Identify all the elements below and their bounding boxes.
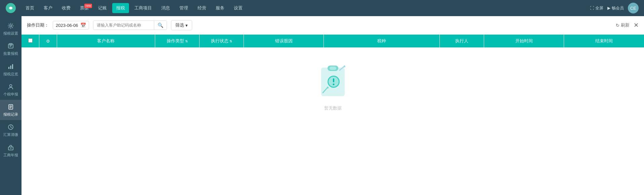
sidebar-item-label: 个税申报 [3, 92, 18, 96]
th-settings[interactable]: ⚙ [39, 35, 57, 47]
sidebar-item-label: 报税设置 [3, 31, 18, 36]
filter-button[interactable]: 筛选 ▾ [171, 20, 192, 30]
nav-items: 首页客户收费票据new记账报税工商项目消息管理经营服务设置 [22, 3, 590, 13]
fullscreen-icon: ⛶ [590, 6, 594, 10]
sidebar-icon [7, 42, 14, 50]
sidebar-item-报税总览[interactable]: 报税总览 [0, 60, 22, 80]
sidebar-icon [7, 123, 14, 131]
date-picker[interactable]: 2023-06-06 📅 [53, 21, 89, 30]
nav-item-记账[interactable]: 记账 [94, 3, 111, 13]
sidebar-item-汇算清缴[interactable]: 汇算清缴 [0, 120, 22, 140]
toolbar-right: ↻ 刷新 ✕ [616, 22, 639, 28]
nav-item-服务[interactable]: 服务 [212, 3, 228, 13]
nav-item-工商项目[interactable]: 工商项目 [130, 3, 156, 13]
th-op-type[interactable]: 操作类型⇅ [155, 35, 199, 47]
refresh-label: 刷新 [621, 22, 630, 28]
th-error: 错误股因 [244, 35, 324, 47]
toolbar: 操作日期： 2023-06-06 📅 🔍 筛选 ▾ ↻ 刷新 ✕ [22, 16, 644, 35]
sidebar-icon [7, 22, 14, 30]
fullscreen-btn[interactable]: ⛶ 全屏 [590, 5, 603, 11]
svg-point-8 [10, 84, 12, 87]
sort-icon-status: ⇅ [229, 39, 232, 43]
nav-item-经营[interactable]: 经营 [194, 3, 210, 13]
svg-point-19 [333, 84, 334, 85]
empty-text: 暂无数据 [324, 105, 342, 111]
th-end-time: 结束时间 [564, 35, 644, 47]
sidebar-icon [7, 83, 14, 90]
filter-label: 筛选 [175, 22, 184, 28]
svg-rect-7 [12, 64, 13, 69]
search-button[interactable]: 🔍 [154, 21, 167, 30]
svg-rect-18 [333, 78, 334, 82]
sort-icon-optype: ⇅ [185, 39, 188, 43]
sidebar-icon [7, 103, 14, 111]
chevron-down-icon: ▾ [185, 23, 188, 28]
records-table: ⚙ 客户名称 操作类型⇅ 执行状态⇅ 错误股因 税种 执行人 开始时间 结束时间 [22, 35, 644, 47]
main-layout: 报税设置批量报税报税总览个税申报报税记录汇算清缴工商年报 操作日期： 2023-… [0, 16, 644, 195]
th-checkbox[interactable] [22, 35, 39, 47]
empty-icon [313, 61, 353, 101]
avatar[interactable]: CE [628, 3, 639, 13]
sidebar-item-label: 汇算清缴 [3, 132, 18, 137]
th-status[interactable]: 执行状态⇅ [199, 35, 244, 47]
sidebar-icon [7, 144, 14, 151]
nav-item-管理[interactable]: 管理 [175, 3, 192, 13]
sidebar-item-label: 报税总览 [3, 72, 18, 76]
date-label: 操作日期： [27, 22, 49, 28]
sidebar-item-label: 批量报税 [3, 51, 18, 56]
nav-item-客户[interactable]: 客户 [40, 3, 56, 13]
nav-item-设置[interactable]: 设置 [230, 3, 247, 13]
video-icon: ▶ [607, 6, 610, 10]
nav-item-报税[interactable]: 报税 [112, 3, 129, 13]
member-btn[interactable]: ▶ 畅会员 [607, 5, 624, 11]
content-area: 操作日期： 2023-06-06 📅 🔍 筛选 ▾ ↻ 刷新 ✕ [22, 16, 644, 195]
sidebar-item-批量报税[interactable]: 批量报税 [0, 39, 22, 59]
nav-item-票据[interactable]: 票据new [76, 3, 93, 13]
search-box: 🔍 [93, 21, 167, 30]
th-start-time: 开始时间 [484, 35, 564, 47]
empty-state: 暂无数据 [22, 47, 644, 118]
date-value: 2023-06-06 [56, 23, 78, 28]
select-all-checkbox[interactable] [28, 38, 33, 43]
sidebar-item-label: 工商年报 [3, 153, 18, 157]
svg-rect-6 [10, 66, 11, 69]
sidebar-icon [7, 63, 14, 70]
th-executor: 执行人 [439, 35, 484, 47]
th-tax: 税种 [324, 35, 439, 47]
sidebar-item-label: 报税记录 [3, 112, 18, 117]
th-client-name: 客户名称 [57, 35, 155, 47]
close-button[interactable]: ✕ [634, 22, 639, 28]
nav-item-首页[interactable]: 首页 [22, 3, 38, 13]
nav-badge: new [84, 4, 92, 8]
nav-item-收费[interactable]: 收费 [58, 3, 75, 13]
calendar-icon: 📅 [80, 23, 86, 28]
svg-rect-15 [330, 67, 336, 70]
sidebar-item-工商年报[interactable]: 工商年报 [0, 141, 22, 161]
logo[interactable] [5, 3, 16, 13]
top-nav: 首页客户收费票据new记账报税工商项目消息管理经营服务设置 ⛶ 全屏 ▶ 畅会员… [0, 0, 644, 16]
refresh-icon: ↻ [616, 23, 619, 28]
search-input[interactable] [93, 21, 154, 29]
sidebar-item-报税记录[interactable]: 报税记录 [0, 100, 22, 120]
svg-rect-5 [8, 67, 9, 69]
table-container: ⚙ 客户名称 操作类型⇅ 执行状态⇅ 错误股因 税种 执行人 开始时间 结束时间 [22, 35, 644, 195]
nav-right: ⛶ 全屏 ▶ 畅会员 CE [590, 3, 639, 13]
sidebar-item-报税设置[interactable]: 报税设置 [0, 19, 22, 39]
sidebar: 报税设置批量报税报税总览个税申报报税记录汇算清缴工商年报 [0, 16, 22, 195]
sidebar-item-个税申报[interactable]: 个税申报 [0, 80, 22, 100]
nav-item-消息[interactable]: 消息 [157, 3, 174, 13]
svg-point-1 [9, 7, 12, 9]
table-header-row: ⚙ 客户名称 操作类型⇅ 执行状态⇅ 错误股因 税种 执行人 开始时间 结束时间 [22, 35, 644, 47]
svg-point-2 [10, 25, 12, 27]
refresh-button[interactable]: ↻ 刷新 [616, 22, 630, 28]
